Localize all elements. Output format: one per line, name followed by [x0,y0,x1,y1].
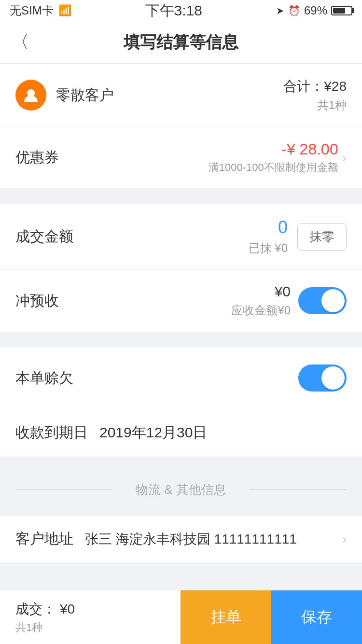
deal-amount-sub: 已抹 ¥0 [249,240,288,256]
prepay-sub: 应收金额¥0 [231,303,291,318]
coupon-right: -¥ 28.00 满1000-100不限制使用金额 › [209,140,347,175]
customer-count: 共1种 [283,98,347,113]
back-button[interactable]: 〈 [12,30,29,54]
customer-left: 零散客户 [15,80,114,111]
location-icon: ➤ [276,5,284,16]
debt-row: 本单赊欠 [0,347,362,409]
due-date-row: 收款到期日 2019年12月30日 [0,409,362,456]
deal-amount-right: 0 已抹 ¥0 抹零 [249,217,347,256]
debt-toggle-knob [321,366,345,390]
prepay-right: ¥0 应收金额¥0 [231,283,347,318]
section-divider-2 [0,339,362,347]
alarm-icon: ⏰ [288,5,300,16]
section-divider-1 [0,196,362,204]
prepay-block: 冲预收 [15,291,59,311]
round-zero-button[interactable]: 抹零 [297,223,347,251]
coupon-value-block: -¥ 28.00 满1000-100不限制使用金额 [209,140,338,175]
coupon-label: 优惠券 [15,148,59,168]
status-left: 无SIM卡 📶 [10,3,71,18]
content-area: 零散客户 合计：¥28 共1种 优惠券 -¥ 28.00 满1000-100不限… [0,64,362,644]
prepay-left: 冲预收 [15,291,59,311]
hang-button[interactable]: 挂单 [181,590,271,644]
page-title: 填写结算等信息 [124,31,238,54]
save-button[interactable]: 保存 [271,590,362,644]
prepay-amount-block: ¥0 应收金额¥0 [231,283,291,318]
prepay-amount: ¥0 [231,283,291,300]
deal-amount-block: 0 已抹 ¥0 [249,217,288,256]
bottom-info: 成交： ¥0 共1种 [0,600,181,635]
nav-bar: 〈 填写结算等信息 [0,21,362,64]
customer-total: 合计：¥28 [283,77,347,96]
customer-card: 零散客户 合计：¥28 共1种 优惠券 -¥ 28.00 满1000-100不限… [0,64,362,188]
header-line-right [250,490,347,490]
address-chevron-icon: › [342,532,347,547]
avatar [15,80,46,111]
coupon-desc: 满1000-100不限制使用金额 [209,160,338,175]
bottom-count: 共1种 [15,620,165,635]
status-time: 下午3:18 [145,1,202,21]
deal-amount-row: 成交金额 0 已抹 ¥0 抹零 [0,204,362,270]
status-bar: 无SIM卡 📶 下午3:18 ➤ ⏰ 69% [0,0,362,21]
prepay-toggle-knob [321,289,345,312]
address-left: 客户地址 张三 海淀永丰科技园 11111111111 [15,529,297,549]
bottom-deal-row: 成交： ¥0 [15,600,165,618]
coupon-row[interactable]: 优惠券 -¥ 28.00 满1000-100不限制使用金额 › [0,126,362,188]
coupon-amount: -¥ 28.00 [209,140,338,158]
logistics-header: 物流 & 其他信息 [0,472,362,508]
debt-toggle[interactable] [298,364,347,392]
debt-label: 本单赊欠 [15,368,73,388]
battery-percent: 69% [304,4,327,17]
header-line-left [15,490,112,490]
bottom-deal-label: 成交： [15,600,56,618]
prepay-toggle[interactable] [298,287,347,314]
address-row[interactable]: 客户地址 张三 海淀永丰科技园 11111111111 › [0,516,362,562]
deal-amount-card: 成交金额 0 已抹 ¥0 抹零 冲预收 ¥0 [0,204,362,332]
prepay-label: 冲预收 [15,293,59,308]
customer-name: 零散客户 [56,85,114,105]
wifi-icon: 📶 [58,4,71,17]
deal-amount-value[interactable]: 0 [249,217,288,238]
address-label: 客户地址 [15,529,73,549]
carrier-label: 无SIM卡 [10,3,54,18]
bottom-bar: 成交： ¥0 共1种 挂单 保存 [0,590,362,644]
logistics-section: 物流 & 其他信息 [0,464,362,516]
address-value: 张三 海淀永丰科技园 11111111111 [85,530,297,548]
debt-card: 本单赊欠 收款到期日 2019年12月30日 [0,347,362,456]
due-date-value: 2019年12月30日 [99,423,207,443]
prepay-row: 冲预收 ¥0 应收金额¥0 [0,270,362,332]
bottom-deal-amount: ¥0 [60,602,75,617]
battery-icon [331,6,352,15]
chevron-right-icon: › [342,150,347,166]
status-right: ➤ ⏰ 69% [276,4,352,17]
due-date-label: 收款到期日 [15,423,88,443]
logistics-label: 物流 & 其他信息 [136,481,226,498]
deal-amount-label: 成交金额 [15,227,73,247]
customer-row: 零散客户 合计：¥28 共1种 [0,64,362,126]
customer-right: 合计：¥28 共1种 [283,77,347,113]
